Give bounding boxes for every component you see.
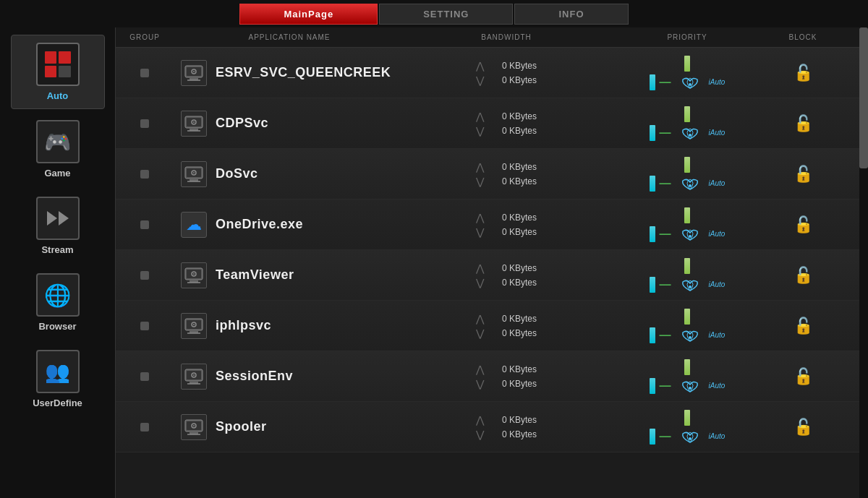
tab-info[interactable]: INFO	[514, 4, 628, 25]
row-block-cell[interactable]: 🔓	[767, 317, 839, 335]
row-app-cell: TeamViewer	[174, 257, 405, 294]
down-arrow-icon: ⋁	[476, 125, 484, 137]
bw-up-value: 0 KBytes	[490, 162, 537, 172]
row-block-cell[interactable]: 🔓	[767, 418, 839, 437]
priority-down-row: — iAuto	[610, 378, 764, 394]
priority-bar-green	[684, 359, 690, 375]
svg-point-22	[193, 172, 195, 173]
lock-icon[interactable]: 🔓	[793, 114, 813, 133]
priority-fan-icon	[676, 429, 705, 444]
down-arrow-icon: ⋁	[476, 226, 484, 238]
row-block-cell[interactable]: 🔓	[767, 215, 839, 234]
tab-mainpage[interactable]: MainPage	[239, 4, 378, 25]
lock-icon[interactable]: 🔓	[793, 317, 813, 335]
bw-up-row: ⋀ 0 KBytes	[408, 313, 605, 325]
bw-down-value: 0 KBytes	[490, 429, 537, 439]
svg-point-31	[689, 286, 692, 288]
bw-up-value: 0 KBytes	[490, 111, 537, 121]
bw-down-value: 0 KBytes	[490, 227, 537, 237]
sidebar-item-stream[interactable]: Stream	[11, 189, 105, 262]
group-dot	[140, 322, 149, 330]
scrollbar-thumb[interactable]	[859, 27, 868, 168]
app-name: iphlpsvc	[216, 318, 271, 333]
up-arrow-icon: ⋀	[476, 60, 484, 72]
game-icon: 🎮	[36, 120, 80, 163]
svg-point-24	[689, 235, 692, 238]
row-block-cell[interactable]: 🔓	[767, 64, 839, 82]
group-dot	[140, 372, 149, 381]
sidebar-item-auto[interactable]: Auto	[11, 35, 105, 109]
bw-up-value: 0 KBytes	[490, 212, 537, 223]
table-row: DoSvc ⋀ 0 KBytes ⋁ 0 KBytes — iAuto 🔓	[116, 149, 868, 199]
row-bandwidth-cell: ⋀ 0 KBytes ⋁ 0 KBytes	[405, 209, 608, 241]
tab-setting[interactable]: SETTING	[379, 4, 513, 25]
row-group-cell	[116, 220, 174, 229]
priority-auto-label: iAuto	[709, 129, 726, 137]
sidebar-item-userdefine[interactable]: 👥 UserDefine	[11, 343, 105, 416]
bw-up-value: 0 KBytes	[490, 364, 537, 374]
main-layout: Auto 🎮 Game Stream 🌐 Browser	[0, 27, 868, 498]
row-group-cell	[116, 271, 174, 280]
lock-icon[interactable]: 🔓	[793, 64, 813, 82]
row-bandwidth-cell: ⋀ 0 KBytes ⋁ 0 KBytes	[405, 57, 608, 89]
svg-point-45	[689, 387, 692, 390]
bw-up-value: 0 KBytes	[490, 61, 537, 71]
row-app-cell: DoSvc	[174, 155, 405, 193]
down-arrow-icon: ⋁	[476, 429, 484, 440]
priority-dash-icon: —	[660, 76, 671, 89]
priority-dash-icon: —	[660, 126, 671, 139]
table-row: ☁OneDrive.exe ⋀ 0 KBytes ⋁ 0 KBytes — iA…	[116, 199, 868, 250]
priority-down-row: — iAuto	[610, 176, 764, 192]
lock-icon[interactable]: 🔓	[793, 367, 813, 386]
priority-dash-icon: —	[660, 379, 671, 392]
row-priority-cell: — iAuto	[608, 205, 767, 245]
row-priority-cell: — iAuto	[608, 103, 767, 144]
bw-up-value: 0 KBytes	[490, 314, 537, 324]
row-block-cell[interactable]: 🔓	[767, 266, 839, 285]
row-app-cell: iphlpsvc	[174, 307, 405, 345]
svg-point-44	[193, 374, 195, 376]
svg-point-23	[689, 184, 692, 187]
priority-up-row	[610, 207, 764, 223]
bw-down-value: 0 KBytes	[490, 176, 537, 186]
row-block-cell[interactable]: 🔓	[767, 114, 839, 133]
app-icon	[181, 262, 207, 288]
priority-auto-label: iAuto	[709, 432, 726, 440]
svg-point-30	[193, 273, 195, 275]
row-block-cell[interactable]: 🔓	[767, 165, 839, 184]
lock-icon[interactable]: 🔓	[793, 418, 813, 437]
svg-point-15	[193, 121, 195, 123]
priority-fan-icon	[676, 176, 705, 191]
lock-icon[interactable]: 🔓	[793, 165, 813, 184]
group-dot	[140, 220, 149, 229]
lock-icon[interactable]: 🔓	[793, 215, 813, 234]
priority-bar-green	[684, 309, 690, 325]
priority-fan-icon	[676, 278, 705, 292]
table-row: ESRV_SVC_QUEENCREEK ⋀ 0 KBytes ⋁ 0 KByte…	[116, 48, 868, 98]
row-block-cell[interactable]: 🔓	[767, 367, 839, 386]
row-bandwidth-cell: ⋀ 0 KBytes ⋁ 0 KBytes	[405, 108, 608, 139]
userdefine-icon: 👥	[36, 350, 80, 393]
priority-bar-cyan	[650, 429, 655, 445]
svg-point-16	[689, 134, 692, 137]
table-row: SessionEnv ⋀ 0 KBytes ⋁ 0 KBytes — iAuto…	[116, 351, 868, 402]
svg-point-51	[193, 425, 195, 426]
sidebar-item-game[interactable]: 🎮 Game	[11, 113, 105, 186]
header-group: GROUP	[116, 33, 174, 41]
row-group-cell	[116, 322, 174, 330]
app-icon: ☁	[181, 212, 207, 238]
app-name: Spooler	[216, 419, 267, 434]
lock-icon[interactable]: 🔓	[793, 266, 813, 285]
priority-auto-label: iAuto	[709, 331, 726, 339]
up-arrow-icon: ⋀	[476, 111, 484, 122]
row-bandwidth-cell: ⋀ 0 KBytes ⋁ 0 KBytes	[405, 158, 608, 190]
bw-down-value: 0 KBytes	[490, 126, 537, 136]
group-dot	[140, 423, 149, 432]
app-icon	[181, 111, 207, 137]
auto-icon	[36, 43, 80, 86]
stream-icon	[36, 197, 80, 240]
sidebar-item-browser[interactable]: 🌐 Browser	[11, 266, 105, 339]
scrollbar[interactable]	[859, 27, 868, 498]
bw-down-value: 0 KBytes	[490, 328, 537, 338]
row-bandwidth-cell: ⋀ 0 KBytes ⋁ 0 KBytes	[405, 411, 608, 443]
